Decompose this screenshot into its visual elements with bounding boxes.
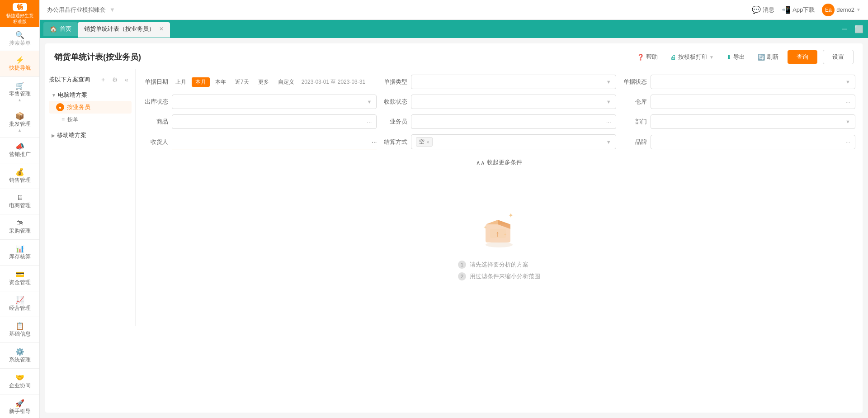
sidebar-item-ecommerce[interactable]: 🖥 电商管理 — [0, 189, 39, 214]
settings-btn[interactable]: 设置 — [823, 50, 854, 64]
product-label: 商品 — [143, 118, 168, 126]
marketing-label: 营销推广 — [9, 151, 31, 158]
breadcrumb-arrow: ▼ — [109, 6, 115, 13]
dept-arrow-icon: ▼ — [845, 119, 850, 124]
operations-label: 经营管理 — [9, 304, 31, 312]
wholesale-label: 批发管理 — [9, 120, 31, 128]
brand-dots: ··· — [845, 138, 850, 145]
settlement-tag-text: 空 — [419, 138, 425, 146]
sidebar-item-enterprise[interactable]: 🤝 企业协同 — [0, 369, 39, 394]
payment-arrow-icon: ▼ — [606, 99, 611, 104]
scheme-salesman-icon: ● — [56, 103, 64, 111]
app-download-btn[interactable]: 📲 App下载 — [782, 5, 815, 14]
tab-home[interactable]: 🏠 首页 — [43, 22, 78, 36]
tab-bar: 🏠 首页 销货单统计表（按业务员） ✕ ─ ⬜ — [40, 20, 868, 38]
scheme-panel: 按以下方案查询 + ⚙ « — [45, 69, 136, 326]
tab-close-btn[interactable]: ✕ — [159, 26, 164, 32]
message-icon: 💬 — [752, 5, 761, 14]
doc-type-label: 单据类型 — [382, 78, 407, 86]
content-area: 销货单统计表(按业务员) ❓ 帮助 🖨 按模板打印 ▼ ⬇ 导出 — [40, 38, 868, 418]
tab-maximize-btn[interactable]: ⬜ — [854, 24, 864, 34]
filter-collapse-bar[interactable]: ∧∧ 收起更多条件 — [143, 155, 855, 170]
dept-control[interactable]: ▼ — [651, 114, 855, 129]
date-tab-last-month[interactable]: 上月 — [172, 77, 190, 87]
refresh-btn[interactable]: 🔄 刷新 — [754, 51, 782, 63]
scheme-collapse-icon: « — [125, 76, 128, 83]
sidebar-item-purchase[interactable]: 🛍 采购管理 — [0, 214, 39, 240]
basics-icon: 📋 — [15, 322, 24, 330]
sales-label: 销售管理 — [9, 176, 31, 184]
settlement-label: 结算方式 — [382, 138, 407, 146]
sidebar-item-finance[interactable]: 💳 资金管理 — [0, 266, 39, 291]
filter-settlement: 结算方式 空 × ▼ — [382, 134, 616, 149]
date-tabs: 上月 本月 本年 近7天 更多 自定义 — [172, 77, 298, 87]
product-control[interactable]: ··· — [172, 114, 377, 129]
salesman-control[interactable]: ··· — [411, 114, 616, 129]
brand-control[interactable]: ··· — [651, 135, 855, 149]
sidebar-item-inventory[interactable]: 📊 库存核算 — [0, 240, 39, 266]
scheme-item-by-salesman[interactable]: ● 按业务员 — [49, 101, 132, 114]
avatar: Ea — [822, 4, 835, 16]
page-title: 销货单统计表(按业务员) — [54, 52, 141, 62]
date-tab-this-year[interactable]: 本年 — [212, 77, 230, 87]
user-area[interactable]: Ea demo2 ▼ — [822, 4, 861, 16]
doc-type-control[interactable]: ▼ — [411, 75, 616, 89]
scheme-collapse-btn[interactable]: « — [122, 75, 132, 85]
salesman-label: 业务员 — [382, 118, 407, 126]
sidebar-item-basics[interactable]: 📋 基础信息 — [0, 317, 39, 343]
outbound-arrow-icon: ▼ — [367, 99, 372, 104]
date-tab-more[interactable]: 更多 — [255, 77, 273, 87]
date-tab-this-month[interactable]: 本月 — [192, 77, 210, 87]
payment-control[interactable]: ▼ — [411, 95, 616, 109]
date-tab-last7[interactable]: 近7天 — [231, 77, 253, 87]
sidebar-item-operations[interactable]: 📈 经营管理 — [0, 291, 39, 317]
brand-label: 品牌 — [622, 138, 647, 146]
outbound-control[interactable]: ▼ — [172, 95, 377, 109]
query-btn[interactable]: 查询 — [788, 50, 817, 64]
sidebar-item-marketing[interactable]: 📣 营销推广 — [0, 138, 39, 163]
refresh-icon: 🔄 — [758, 54, 765, 61]
inventory-label: 库存核算 — [9, 253, 31, 261]
retail-icon: 🛒 — [15, 81, 24, 90]
scheme-item-by-order[interactable]: ≡ 按单 — [49, 114, 132, 126]
finance-label: 资金管理 — [9, 279, 31, 286]
sidebar-item-sales[interactable]: 💰 销售管理 — [0, 163, 39, 189]
sidebar-item-newbie[interactable]: 🚀 新手引导 — [0, 394, 39, 418]
scheme-mobile-arrow-icon: ▶ — [52, 133, 55, 138]
sidebar-item-wholesale[interactable]: 📦 批发管理 ▲ — [0, 107, 39, 138]
sidebar-item-search[interactable]: 🔍 搜索菜单 — [0, 27, 39, 51]
scheme-desktop-group: ▼ 电脑端方案 ● 按业务员 ≡ 按单 — [49, 89, 132, 126]
scheme-salesman-label: 按业务员 — [67, 103, 90, 111]
receiver-control[interactable]: ··· — [172, 135, 377, 149]
scheme-settings-btn[interactable]: ⚙ — [110, 75, 120, 85]
help-btn[interactable]: ❓ 帮助 — [633, 51, 661, 63]
message-btn[interactable]: 💬 消息 — [752, 5, 774, 14]
template-arrow-icon: ▼ — [709, 55, 714, 60]
settlement-control[interactable]: 空 × ▼ — [411, 134, 616, 149]
sidebar-item-retail[interactable]: 🛒 零售管理 ▲ — [0, 77, 39, 107]
export-btn[interactable]: ⬇ 导出 — [723, 51, 749, 63]
scheme-mobile-header[interactable]: ▶ 移动端方案 — [49, 129, 132, 141]
template-print-btn[interactable]: 🖨 按模板打印 ▼ — [667, 51, 717, 63]
settlement-tag-close[interactable]: × — [426, 139, 429, 145]
collapse-label: 收起更多条件 — [487, 158, 522, 166]
sidebar-item-system[interactable]: ⚙️ 系统管理 — [0, 343, 39, 369]
warehouse-dots: ··· — [845, 99, 850, 105]
date-filter-control: 上月 本月 本年 近7天 更多 自定义 2023-03-01 至 2023-03… — [172, 77, 377, 87]
hint-num-2: 2 — [458, 272, 466, 280]
finance-icon: 💳 — [15, 270, 24, 279]
scheme-order-label: 按单 — [67, 116, 78, 124]
warehouse-control[interactable]: ··· — [651, 95, 855, 109]
empty-state: ✦ ✦ ✦ ↑ 1 请先选择要分析的方案 — [143, 170, 855, 320]
print-icon: 🖨 — [670, 54, 676, 61]
tab-minimize-btn[interactable]: ─ — [839, 24, 850, 34]
date-tab-custom[interactable]: 自定义 — [274, 77, 298, 87]
message-label: 消息 — [763, 6, 774, 14]
tab-sales-stat[interactable]: 销货单统计表（按业务员） ✕ — [78, 22, 170, 38]
doc-status-control[interactable]: ▼ — [651, 75, 855, 89]
app-download-label: App下载 — [793, 6, 815, 14]
sidebar-item-shortcut[interactable]: ⚡ 快捷导航 — [0, 51, 39, 77]
scheme-add-btn[interactable]: + — [98, 75, 108, 85]
tab-home-label: 首页 — [60, 25, 71, 33]
scheme-desktop-header[interactable]: ▼ 电脑端方案 — [49, 89, 132, 101]
